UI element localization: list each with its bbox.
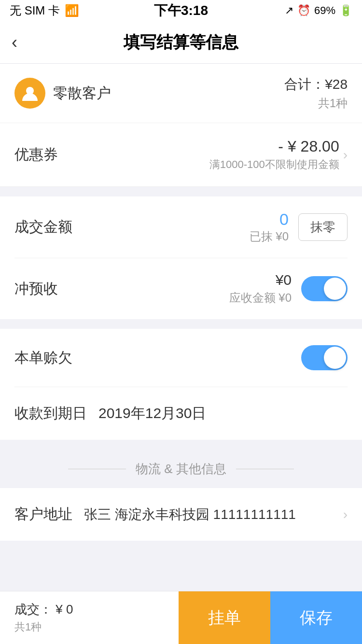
wifi-icon: 📶 [65,4,79,17]
prereceive-sub: 应收金额 ¥0 [229,290,292,306]
customer-section: 零散客户 合计：¥28 共1种 [0,64,362,123]
sim-label: 无 SIM 卡 [10,3,60,18]
debt-section: 本单赊欠 收款到期日 2019年12月30日 [0,329,362,440]
coupon-section: 优惠券 - ¥ 28.00 满1000-100不限制使用金额 › [0,123,362,187]
transaction-right: 0 已抹 ¥0 抹零 [250,210,348,244]
transaction-label: 成交金额 [14,217,72,237]
logistics-divider: 物流 & 其他信息 [68,461,294,477]
coupon-label: 优惠券 [14,145,58,165]
nav-bar: ‹ 填写结算等信息 [0,21,362,64]
address-chevron-icon: › [343,507,348,522]
back-button[interactable]: ‹ [12,32,17,53]
customer-left: 零散客户 [14,78,111,109]
duedate-value: 2019年12月30日 [98,404,206,423]
alarm-icon: ⏰ [297,4,310,17]
debt-toggle[interactable] [301,345,348,370]
coupon-right: - ¥ 28.00 满1000-100不限制使用金额 [209,138,339,172]
page-title: 填写结算等信息 [124,31,238,54]
duedate-label: 收款到期日 [14,404,87,423]
duedate-row: 收款到期日 2019年12月30日 [14,387,348,440]
transaction-sub: 已抹 ¥0 [250,229,289,244]
gap-2 [0,319,362,329]
transaction-value[interactable]: 0 [250,210,289,229]
prereceive-row: 冲预收 ¥0 应收金额 ¥0 [14,258,348,319]
prereceive-toggle[interactable] [301,276,348,301]
coupon-amount: - ¥ 28.00 [209,138,339,155]
status-left: 无 SIM 卡 📶 [10,3,79,18]
battery-label: 69% [314,4,335,17]
address-value: 张三 海淀永丰科技园 11111111111 [84,505,339,524]
debt-row: 本单赊欠 [14,329,348,387]
bottom-bar: 成交： ¥ 0 共1种 挂单 保存 [0,591,362,644]
coupon-chevron-icon: › [343,147,348,163]
logistics-label: 物流 & 其他信息 [136,461,226,477]
debt-toggle-knob [324,347,346,369]
customer-avatar [14,78,45,109]
transaction-section: 成交金额 0 已抹 ¥0 抹零 冲预收 ¥0 应收金额 ¥0 [0,196,362,319]
gap-3 [0,440,362,449]
bottom-summary: 成交： ¥ 0 共1种 [0,601,179,634]
divider-left [68,469,126,469]
coupon-desc: 满1000-100不限制使用金额 [209,157,339,172]
total-count: 共1种 [284,96,348,111]
main-content: 零散客户 合计：¥28 共1种 优惠券 - ¥ 28.00 满1000-100不… [0,64,362,644]
customer-total: 合计：¥28 共1种 [284,75,348,111]
total-amount: 合计：¥28 [284,75,348,94]
address-label: 客户地址 [14,504,72,524]
bottom-trans-label: 成交： ¥ 0 [14,601,164,618]
transaction-row: 成交金额 0 已抹 ¥0 抹零 [14,196,348,258]
prereceive-amount: ¥0 [229,272,292,288]
prereceive-right: ¥0 应收金额 ¥0 [229,272,348,306]
gap-4 [0,541,362,550]
toggle-knob [324,278,346,300]
location-icon: ↗ [285,4,293,17]
status-right: ↗ ⏰ 69% 🔋 [285,4,352,17]
address-section: 客户地址 张三 海淀永丰科技园 11111111111 › [0,488,362,541]
bottom-count-label: 共1种 [14,620,164,634]
prereceive-label: 冲预收 [14,279,58,299]
prereceive-amounts: ¥0 应收金额 ¥0 [229,272,292,306]
customer-name: 零散客户 [53,84,111,103]
status-bar: 无 SIM 卡 📶 下午3:18 ↗ ⏰ 69% 🔋 [0,0,362,21]
coupon-row[interactable]: 优惠券 - ¥ 28.00 满1000-100不限制使用金额 › [0,123,362,187]
divider-right [236,469,294,469]
hold-button[interactable]: 挂单 [179,591,270,644]
logistics-section: 物流 & 其他信息 [0,449,362,488]
battery-icon: 🔋 [339,4,352,17]
save-button[interactable]: 保存 [270,591,362,644]
gap-1 [0,187,362,196]
round-button[interactable]: 抹零 [298,213,348,241]
debt-label: 本单赊欠 [14,348,72,368]
address-row[interactable]: 客户地址 张三 海淀永丰科技园 11111111111 › [14,488,348,541]
status-time: 下午3:18 [154,1,208,20]
customer-row: 零散客户 合计：¥28 共1种 [0,64,362,123]
transaction-value-group: 0 已抹 ¥0 [250,210,289,244]
address-chevron: › [339,507,348,522]
